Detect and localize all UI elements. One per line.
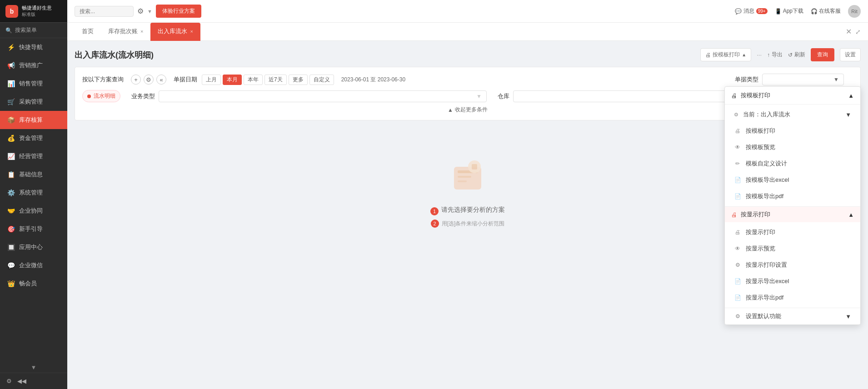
sidebar-item-marketing[interactable]: 📢 营销推广 xyxy=(0,56,67,75)
user-avatar[interactable]: Rit xyxy=(848,5,861,18)
sidebar-item-wechat[interactable]: 💬 企业微信 xyxy=(0,256,67,274)
customer-service-label: 在线客服 xyxy=(819,7,841,15)
sidebar-item-collab[interactable]: 🤝 企业协同 xyxy=(0,202,67,220)
svg-rect-2 xyxy=(458,176,471,178)
sidebar-item-finance[interactable]: 💰 资金管理 xyxy=(0,129,67,147)
settings-icon[interactable]: ⚙ xyxy=(6,378,12,384)
sidebar-search[interactable]: 🔍 搜索菜单 xyxy=(0,23,67,38)
sidebar-item-operations[interactable]: 📈 经营管理 xyxy=(0,147,67,165)
print-template-btn[interactable]: 🖨 按模板打印 ▲ xyxy=(700,48,751,61)
sidebar-item-sales[interactable]: 📊 销售管理 xyxy=(0,75,67,93)
tab-flow-close[interactable]: × xyxy=(190,29,193,34)
filter-collapse-btn[interactable]: « xyxy=(156,75,166,85)
sidebar-item-inventory[interactable]: 📦 库存核算 xyxy=(0,111,67,129)
sidebar-item-quick-nav[interactable]: ⚡ 快捷导航 xyxy=(0,38,67,56)
print-settings-display-label: 按显示打印设置 xyxy=(746,261,787,269)
filter-add-btn[interactable]: + xyxy=(131,75,141,85)
dropdown-preview-template[interactable]: 👁 按模板预览 xyxy=(725,139,860,155)
more-icon[interactable]: ··· xyxy=(757,51,762,58)
step2-num: 2 xyxy=(431,219,439,228)
warehouse-label: 仓库 xyxy=(498,92,509,100)
sidebar-item-basic[interactable]: 📋 基础信息 xyxy=(0,165,67,184)
dropdown-export-pdf-template[interactable]: 📄 按模板导出pdf xyxy=(725,188,860,204)
topbar-gear-icon[interactable]: ⚙ xyxy=(137,7,144,15)
sidebar-item-label: 基础信息 xyxy=(19,170,43,179)
tag-filter-label: 流水明细 xyxy=(94,92,115,100)
tab-batch-account-close[interactable]: × xyxy=(140,29,143,34)
tag-dot xyxy=(87,95,91,98)
dropdown-export-excel-display[interactable]: 📄 按显示导出excel xyxy=(725,273,860,289)
export-label: 导出 xyxy=(772,51,783,59)
export-btn[interactable]: ↑ 导出 xyxy=(767,51,783,59)
sidebar-item-purchase[interactable]: 🛒 采购管理 xyxy=(0,93,67,111)
dropdown-header[interactable]: 🖨 按模板打印 ▲ xyxy=(725,87,860,105)
customer-service-btn[interactable]: 🎧 在线客服 xyxy=(811,7,841,15)
export-pdf-template-label: 按模板导出pdf xyxy=(746,192,783,200)
eye-icon: 👁 xyxy=(734,144,741,151)
collapse-icon[interactable]: ◀◀ xyxy=(17,378,26,384)
dropdown-current-label: 当前：出入库流水 xyxy=(743,110,790,119)
refresh-btn[interactable]: ↺ 刷新 xyxy=(788,51,805,59)
date-btn-this-year[interactable]: 本年 xyxy=(244,75,263,85)
collab-icon: 🤝 xyxy=(6,207,15,214)
sidebar-item-vip[interactable]: 👑 畅会员 xyxy=(0,274,67,293)
app-download-label: App下载 xyxy=(783,7,803,15)
empty-step1: 1 请先选择要分析的方案 xyxy=(430,206,505,217)
sidebar-item-apps[interactable]: 🔲 应用中心 xyxy=(0,238,67,256)
tab-batch-account[interactable]: 库存批次账 × xyxy=(101,23,150,41)
vip-icon: 👑 xyxy=(6,280,15,287)
date-btn-7days[interactable]: 近7天 xyxy=(264,75,287,85)
filter-settings-btn[interactable]: ⚙ xyxy=(144,75,154,85)
dropdown-custom-design[interactable]: ✏ 模板自定义设计 xyxy=(725,155,860,172)
sidebar-item-guide[interactable]: 🎯 新手引导 xyxy=(0,220,67,238)
dropdown-export-pdf-display[interactable]: 📄 按显示导出pdf xyxy=(725,289,860,306)
marketing-icon: 📢 xyxy=(6,62,15,69)
logo-icon: b xyxy=(5,5,18,18)
tab-expand-icon[interactable]: ⤢ xyxy=(855,28,861,35)
tab-flow[interactable]: 出入库流水 × xyxy=(150,23,200,41)
chevron-up-icon: ▲ xyxy=(742,52,746,57)
notification-badge: 99+ xyxy=(756,8,768,14)
date-btn-more[interactable]: 更多 xyxy=(289,75,308,85)
bill-type-label: 单据类型 xyxy=(735,75,758,84)
page-header: 出入库流水(流水明细) 🖨 按模板打印 ▲ ··· ↑ 导出 ↺ 刷新 查询 设… xyxy=(75,48,861,61)
dropdown-current[interactable]: ⚙ 当前：出入库流水 ▼ xyxy=(725,106,860,123)
empty-step2: 2 用[选]条件来缩小分析范围 xyxy=(431,219,505,228)
tab-close-all-icon[interactable]: ✕ xyxy=(846,27,852,36)
main-content: ⚙ ▼ 体验行业方案 💬 消息 99+ 📱 App下载 🎧 在线客服 Rit xyxy=(67,0,868,389)
date-btn-this-month[interactable]: 本月 xyxy=(223,75,242,85)
settings-btn[interactable]: 设置 xyxy=(840,48,861,61)
dropdown-print-template[interactable]: 🖨 按模板打印 xyxy=(725,123,860,139)
chevron-up-icon: ▲ xyxy=(448,107,453,113)
dropdown-export-excel-template[interactable]: 📄 按模板导出excel xyxy=(725,172,860,188)
tab-flow-label: 出入库流水 xyxy=(158,27,187,35)
bill-type-select[interactable]: ▼ xyxy=(762,74,844,85)
tag-filter[interactable]: 流水明细 xyxy=(82,90,120,102)
biz-type-input[interactable]: ▼ xyxy=(159,90,487,102)
date-btn-custom[interactable]: 自定义 xyxy=(309,75,334,85)
topbar-right: 💬 消息 99+ 📱 App下载 🎧 在线客服 Rit xyxy=(735,5,861,18)
notification-btn[interactable]: 💬 消息 99+ xyxy=(735,7,768,15)
sidebar-scroll-down[interactable]: ▼ xyxy=(0,362,67,373)
current-expand-icon: ▼ xyxy=(845,111,851,118)
trial-btn[interactable]: 体验行业方案 xyxy=(156,5,201,18)
default-fn-icon: ⚙ xyxy=(734,313,741,320)
printer-icon: 🖨 xyxy=(705,52,711,58)
tab-home[interactable]: 首页 xyxy=(75,23,101,41)
sidebar-item-system[interactable]: ⚙️ 系统管理 xyxy=(0,184,67,202)
dropdown-print-settings-display[interactable]: ⚙ 按显示打印设置 xyxy=(725,257,860,273)
search-icon: 🔍 xyxy=(5,27,12,34)
sidebar-item-label: 营销推广 xyxy=(19,61,43,70)
dropdown-print-display[interactable]: 🖨 按显示打印 xyxy=(725,224,860,240)
dropdown-display-section-header[interactable]: 🖨 按显示打印 ▲ xyxy=(725,207,860,222)
print-display-icon: 🖨 xyxy=(734,229,741,236)
app-download-btn[interactable]: 📱 App下载 xyxy=(775,7,803,15)
dropdown-default-fn[interactable]: ⚙ 设置默认功能 ▼ xyxy=(725,308,860,324)
breadcrumb-input[interactable] xyxy=(75,6,134,17)
query-btn[interactable]: 查询 xyxy=(811,48,834,61)
date-btn-last-month[interactable]: 上月 xyxy=(202,75,221,85)
excel-display-icon: 📄 xyxy=(734,278,741,285)
headset-icon: 🎧 xyxy=(811,8,818,15)
topbar: ⚙ ▼ 体验行业方案 💬 消息 99+ 📱 App下载 🎧 在线客服 Rit xyxy=(67,0,868,23)
dropdown-preview-display[interactable]: 👁 按显示预览 xyxy=(725,240,860,257)
